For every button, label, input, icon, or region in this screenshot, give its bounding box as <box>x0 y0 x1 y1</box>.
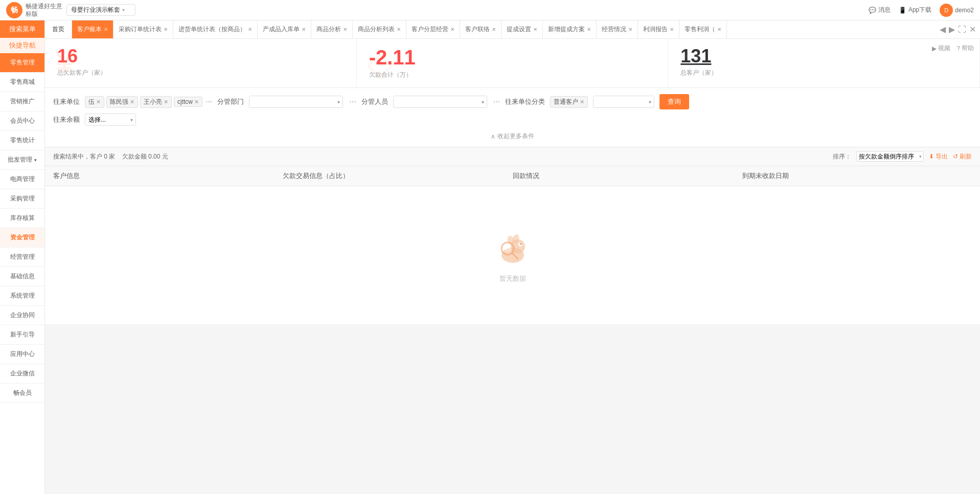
dept-filter-label: 分管部门 <box>217 97 244 106</box>
unit-tag-cj[interactable]: cjttcw ✕ <box>174 97 202 107</box>
unit-type-tag-normal[interactable]: 普通客户 ✕ <box>550 96 588 108</box>
sidebar-item-system[interactable]: 系统管理 <box>0 286 44 306</box>
tab-close-connect[interactable]: ✕ <box>492 27 496 32</box>
sidebar-item-member[interactable]: 会员中心 <box>0 111 44 131</box>
logo-icon: 畅 <box>6 2 22 18</box>
unit-tag-chen-remove[interactable]: ✕ <box>130 99 134 105</box>
tab-fullscreen[interactable]: ⛶ <box>958 25 966 34</box>
collapse-icon: ∧ <box>491 133 495 140</box>
video-help-button[interactable]: ▶ 视频 <box>932 44 950 53</box>
tab-retail-profit[interactable]: 零售利润（ ✕ <box>679 20 727 39</box>
tab-purchase-order[interactable]: 采购订单统计表 ✕ <box>113 20 173 39</box>
result-actions: 排序： 按欠款金额倒序排序 ▾ ⬇ 导出 ↺ 刷新 <box>833 151 972 162</box>
stat-overdue-amount: ◇ -2.11 欠款合计（万） <box>357 39 669 87</box>
unit-type-select[interactable] <box>593 96 654 108</box>
sidebar-item-ecommerce[interactable]: 电商管理 <box>0 170 44 189</box>
tab-close-accounts[interactable]: ✕ <box>104 27 108 32</box>
sidebar-item-retail[interactable]: 零售管理 <box>0 53 44 73</box>
remainder-select[interactable]: 选择... <box>85 114 136 126</box>
dept-more-options[interactable]: ··· <box>349 97 356 106</box>
tab-close-stock[interactable]: ✕ <box>248 27 252 32</box>
help-button[interactable]: ? 帮助 <box>956 44 974 53</box>
message-icon: 💬 <box>869 7 876 14</box>
video-icon: ▶ <box>932 45 937 52</box>
tab-biz-status[interactable]: 经营情况 ✕ <box>597 20 638 39</box>
tab-stock-stat[interactable]: 进货单统计表（按商品） ✕ <box>173 20 258 39</box>
stat-bg-icon-2: ◇ <box>367 44 392 82</box>
tab-produce[interactable]: 产成品入库单 ✕ <box>258 20 311 39</box>
tab-scroll-right[interactable]: ▶ <box>949 25 955 34</box>
unit-tag-wang-remove[interactable]: ✕ <box>164 99 168 105</box>
tab-home[interactable]: 首页 <box>45 20 72 39</box>
tab-close-plan[interactable]: ✕ <box>587 27 591 32</box>
demo-selector[interactable]: 母婴行业演示帐套 ▾ <box>66 4 135 16</box>
collapse-button[interactable]: ∧ 收起更多条件 <box>491 132 534 141</box>
unit-tag-wu[interactable]: 伍 ✕ <box>85 96 104 108</box>
tab-close-biz[interactable]: ✕ <box>628 27 632 32</box>
tab-close-purchase[interactable]: ✕ <box>164 27 168 32</box>
unit-type-tags: 普通客户 ✕ <box>550 96 588 108</box>
sidebar-item-app-center[interactable]: 应用中心 <box>0 345 44 364</box>
tab-profit-report[interactable]: 利润报告 ✕ <box>638 20 679 39</box>
sidebar-item-wechat[interactable]: 企业微信 <box>0 364 44 384</box>
tab-close-all[interactable]: ✕ <box>969 25 976 34</box>
data-table: 客户信息 欠款交易信息（占比） 回款情况 到期未收款日期 <box>45 166 980 324</box>
tab-close-produce[interactable]: ✕ <box>302 27 306 32</box>
svg-point-8 <box>504 245 511 252</box>
sidebar-item-inventory[interactable]: 库存核算 <box>0 209 44 228</box>
unit-tag-wu-remove[interactable]: ✕ <box>96 99 101 105</box>
remainder-select-wrapper: 选择... ▾ <box>85 114 136 126</box>
tab-customer-connect[interactable]: 客户联络 ✕ <box>460 20 502 39</box>
sort-select-wrapper: 按欠款金额倒序排序 ▾ <box>856 151 924 162</box>
tab-accounts[interactable]: 客户账本 ✕ <box>72 20 113 39</box>
sidebar-item-wholesale[interactable]: 批发管理 ▾ <box>0 150 44 170</box>
unit-type-select-wrapper: ▾ <box>593 96 654 108</box>
sidebar: 搜索菜单 快捷导航 零售管理 零售商城 营销推广 会员中心 零售统计 批发管理 … <box>0 20 45 494</box>
result-summary: 搜索结果中，客户 0 家 欠款金额 0.00 元 <box>53 152 168 161</box>
unit-tag-wang[interactable]: 王小亮 ✕ <box>140 96 172 108</box>
sidebar-item-basic-info[interactable]: 基础信息 <box>0 267 44 286</box>
tab-raise-setting[interactable]: 提成设置 ✕ <box>502 20 543 39</box>
tab-new-plan[interactable]: 新增提成方案 ✕ <box>543 20 597 39</box>
tab-close-raise[interactable]: ✕ <box>533 27 537 32</box>
sidebar-item-retail-stat[interactable]: 零售统计 <box>0 131 44 150</box>
sidebar-item-finance[interactable]: 资金管理 <box>0 228 44 248</box>
unit-tag-cj-remove[interactable]: ✕ <box>194 99 199 105</box>
refresh-button[interactable]: ↺ 刷新 <box>953 152 972 161</box>
sidebar-quick-nav[interactable]: 快捷导航 <box>0 38 44 53</box>
sidebar-item-purchase[interactable]: 采购管理 <box>0 189 44 209</box>
sidebar-item-new-guide[interactable]: 新手引导 <box>0 325 44 345</box>
tab-goods-analysis[interactable]: 商品分析 ✕ <box>311 20 353 39</box>
stat-bg-icon-1: ¥ <box>55 44 74 82</box>
tab-close-tier[interactable]: ✕ <box>450 27 454 32</box>
message-button[interactable]: 💬 消息 <box>869 6 891 14</box>
sort-select[interactable]: 按欠款金额倒序排序 <box>856 151 924 162</box>
unit-type-tag-remove[interactable]: ✕ <box>580 99 584 105</box>
col-header-refund: 回款情况 <box>513 171 742 181</box>
sidebar-item-retail-mall[interactable]: 零售商城 <box>0 73 44 92</box>
person-more-options[interactable]: ··· <box>493 97 500 106</box>
sidebar-item-operations[interactable]: 经营管理 <box>0 248 44 267</box>
sidebar-item-enterprise[interactable]: 企业协同 <box>0 306 44 325</box>
svg-point-3 <box>520 243 522 245</box>
tab-close-goods-list[interactable]: ✕ <box>397 27 401 32</box>
dept-select[interactable] <box>249 96 343 108</box>
page-content: ¥ 16 总欠款客户（家） ◇ -2.11 欠款合计（万） ⊞ 131 总客户（… <box>45 39 980 494</box>
user-profile[interactable]: D demo2 <box>940 4 974 17</box>
tab-scroll-left[interactable]: ◀ <box>940 25 946 34</box>
tab-customer-tier[interactable]: 客户分层经营 ✕ <box>406 20 460 39</box>
unit-tags-more[interactable]: ··· <box>206 97 212 106</box>
query-button[interactable]: 查询 <box>659 94 689 109</box>
sidebar-item-marketing[interactable]: 营销推广 <box>0 92 44 111</box>
export-button[interactable]: ⬇ 导出 <box>929 152 948 161</box>
tab-goods-list[interactable]: 商品分析列表 ✕ <box>353 20 406 39</box>
empty-state: 暂无数据 <box>45 186 980 324</box>
sidebar-item-vip[interactable]: 畅会员 <box>0 384 44 403</box>
unit-tag-chen[interactable]: 陈民强 ✕ <box>106 96 138 108</box>
sidebar-search[interactable]: 搜索菜单 <box>0 20 44 38</box>
app-download-button[interactable]: 📱 App下载 <box>899 6 931 14</box>
tab-close-retail-profit[interactable]: ✕ <box>717 27 721 32</box>
tab-close-profit[interactable]: ✕ <box>670 27 674 32</box>
person-select[interactable] <box>393 96 487 108</box>
tab-close-goods[interactable]: ✕ <box>343 27 347 32</box>
